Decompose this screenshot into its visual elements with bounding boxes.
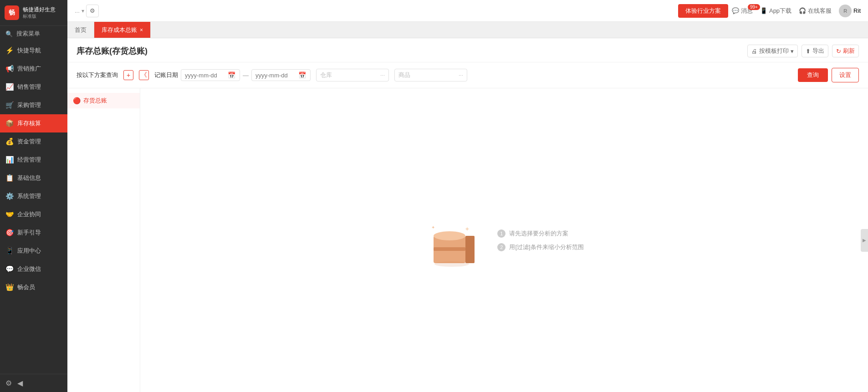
- topbar-right: 💬 消息 99+ 📱 App下载 🎧 在线客服 R Rit: [732, 5, 861, 17]
- user-name: Rit: [853, 7, 861, 14]
- sidebar-footer: ⚙ ◀: [0, 374, 67, 392]
- product-select[interactable]: 商品 ···: [394, 69, 467, 81]
- msg-badge: 99+: [748, 4, 760, 10]
- date-end-input[interactable]: [255, 72, 296, 79]
- query-btn[interactable]: 查询: [798, 68, 828, 82]
- industry-btn[interactable]: 体验行业方案: [678, 4, 728, 18]
- sidebar-item-newguide[interactable]: 🎯 新手引导: [0, 224, 67, 242]
- breadcrumb-area: ... ▾ ⚙: [75, 5, 674, 17]
- hint-text-1: 请先选择要分析的方案: [509, 229, 568, 238]
- calendar-start-icon[interactable]: 📅: [228, 71, 235, 79]
- collapse-footer-icon[interactable]: ◀: [17, 379, 23, 387]
- main-area: ... ▾ ⚙ 体验行业方案 💬 消息 99+ 📱 App下载 🎧 在线客服: [67, 0, 868, 392]
- nav-label-appcenter: 应用中心: [17, 247, 41, 255]
- sidebar-item-sales[interactable]: 📈 销售管理: [0, 78, 67, 96]
- tab-close-inventory-ledger[interactable]: ×: [140, 27, 143, 33]
- nav-label-sales: 销售管理: [17, 83, 41, 91]
- topbar-service[interactable]: 🎧 在线客服: [799, 7, 832, 15]
- filter-collapse-btn[interactable]: 《: [139, 70, 149, 80]
- filter-label: 按以下方案查询: [77, 71, 118, 79]
- scheme-sidebar: 🔴 存货总账: [67, 88, 140, 392]
- sidebar-item-purchase[interactable]: 🛒 采购管理: [0, 96, 67, 114]
- sidebar-item-finance[interactable]: 💰 资金管理: [0, 132, 67, 151]
- breadcrumb-text: ...: [75, 7, 80, 14]
- sidebar-item-enterprise[interactable]: 🤝 企业协同: [0, 205, 67, 224]
- date-range: 记账日期 📅 — 📅: [154, 69, 311, 81]
- empty-hints: 1 请先选择要分析的方案 2 用[过滤]条件来缩小分析范围: [497, 229, 583, 251]
- service-label: 在线客服: [808, 7, 832, 15]
- search-icon: 🔍: [5, 31, 13, 37]
- page-title: 库存总账(存货总账): [77, 46, 148, 56]
- tab-inventory-ledger[interactable]: 库存成本总账 ×: [94, 22, 151, 38]
- breadcrumb-dropdown-icon[interactable]: ▾: [82, 8, 84, 14]
- nav-icon-quick-nav: ⚡: [5, 46, 14, 55]
- sidebar-item-operation[interactable]: 📊 经营管理: [0, 151, 67, 169]
- sidebar-item-wechat[interactable]: 💬 企业微信: [0, 260, 67, 278]
- nav-label-inventory: 库存核算: [17, 119, 41, 127]
- content-body: 🔴 存货总账: [67, 88, 868, 392]
- export-btn[interactable]: ⬆ 导出: [802, 45, 828, 57]
- scheme-item-inventory-general[interactable]: 🔴 存货总账: [67, 93, 140, 108]
- warehouse-select[interactable]: 仓库 ···: [316, 69, 389, 81]
- scheme-label-inventory-general: 存货总账: [83, 97, 107, 105]
- date-start-wrap: 📅: [181, 69, 240, 81]
- page-header-actions: 🖨 按模板打印 ▾ ⬆ 导出 ↻ 刷新: [747, 45, 859, 57]
- nav-label-system: 系统管理: [17, 192, 41, 200]
- nav-icon-sales: 📈: [5, 83, 14, 91]
- sidebar-item-member[interactable]: 👑 畅会员: [0, 278, 67, 296]
- sidebar-item-basic[interactable]: 📋 基础信息: [0, 169, 67, 187]
- sidebar-item-quick-nav[interactable]: ⚡ 快捷导航: [0, 41, 67, 60]
- nav-icon-purchase: 🛒: [5, 101, 14, 109]
- topbar: ... ▾ ⚙ 体验行业方案 💬 消息 99+ 📱 App下载 🎧 在线客服: [67, 0, 868, 22]
- nav-icon-enterprise: 🤝: [5, 210, 14, 219]
- nav-label-newguide: 新手引导: [17, 229, 41, 237]
- logo-text-block: 畅捷通好生意 标准版: [23, 6, 56, 20]
- filter-add-btn[interactable]: +: [123, 70, 133, 80]
- app-label: App下载: [769, 7, 791, 15]
- box-top-face: [434, 231, 465, 240]
- refresh-label: 刷新: [843, 47, 855, 55]
- topbar-app[interactable]: 📱 App下载: [760, 7, 791, 15]
- refresh-btn[interactable]: ↻ 刷新: [832, 45, 859, 57]
- nav-icon-wechat: 💬: [5, 265, 14, 273]
- print-btn[interactable]: 🖨 按模板打印 ▾: [747, 45, 798, 57]
- logo-subtitle: 标准版: [23, 13, 56, 20]
- logo-title: 畅捷通好生意: [23, 6, 56, 14]
- date-start-input[interactable]: [185, 72, 226, 79]
- right-panel-toggle[interactable]: ▶: [861, 229, 868, 252]
- headset-icon: 🎧: [799, 7, 806, 14]
- nav-icon-basic: 📋: [5, 174, 14, 182]
- sidebar-item-appcenter[interactable]: 📱 应用中心: [0, 242, 67, 260]
- gear-icon: ⚙: [90, 7, 95, 14]
- sidebar-item-marketing[interactable]: 📢 营销推广: [0, 60, 67, 78]
- topbar-msg[interactable]: 💬 消息 99+: [732, 7, 753, 15]
- filter-right: 查询 设置: [798, 68, 859, 82]
- warehouse-more-icon: ···: [380, 72, 385, 78]
- export-label: 导出: [812, 47, 824, 55]
- topbar-user[interactable]: R Rit: [839, 5, 861, 17]
- filter-settings-btn[interactable]: 设置: [832, 68, 859, 82]
- sidebar-item-inventory[interactable]: 📦 库存核算: [0, 114, 67, 132]
- nav-icon-marketing: 📢: [5, 65, 14, 73]
- sidebar-item-system[interactable]: ⚙️ 系统管理: [0, 187, 67, 205]
- star-deco2: ✦: [431, 225, 435, 230]
- settings-footer-icon[interactable]: ⚙: [5, 379, 12, 387]
- nav-label-wechat: 企业微信: [17, 265, 41, 273]
- nav-icon-appcenter: 📱: [5, 247, 14, 255]
- nav-label-finance: 资金管理: [17, 137, 41, 146]
- calendar-end-icon[interactable]: 📅: [298, 71, 306, 79]
- empty-state: ✦ ✦ 1 请先选择要分析的方案 2 用[过滤]条件来缩小分析范围: [140, 88, 868, 392]
- tabbar: 首页库存成本总账 ×: [67, 22, 868, 38]
- box-right-side: [465, 236, 475, 263]
- tab-label-inventory-ledger: 库存成本总账: [102, 26, 137, 34]
- hint-text-2: 用[过滤]条件来缩小分析范围: [509, 243, 583, 251]
- nav-icon-operation: 📊: [5, 156, 14, 164]
- hint-num-2: 2: [497, 243, 505, 251]
- topbar-settings-btn[interactable]: ⚙: [86, 5, 99, 17]
- hint-item-1: 1 请先选择要分析的方案: [497, 229, 583, 238]
- nav-label-operation: 经营管理: [17, 156, 41, 164]
- sidebar-search[interactable]: 🔍 搜索菜单: [0, 26, 67, 41]
- tab-home[interactable]: 首页: [67, 22, 94, 38]
- empty-svg: ✦ ✦: [424, 213, 479, 268]
- nav-label-enterprise: 企业协同: [17, 210, 41, 219]
